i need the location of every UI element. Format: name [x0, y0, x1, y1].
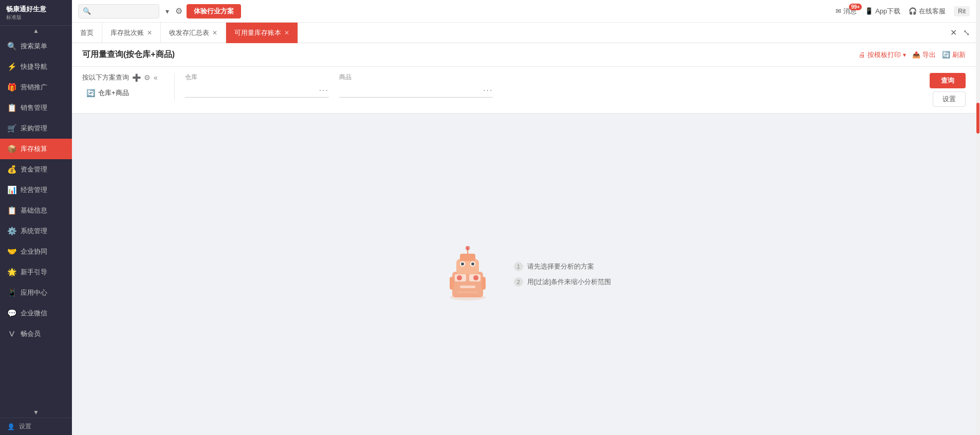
search-dropdown[interactable]: ▾	[163, 7, 171, 15]
tab-batch-account-close[interactable]: ✕	[147, 29, 152, 36]
export-btn[interactable]: 📤 导出	[912, 50, 936, 60]
page-title: 可用量查询(按仓库+商品)	[82, 49, 175, 60]
sidebar-item-inventory[interactable]: 📦 库存核算	[0, 139, 72, 159]
search-nav-icon: 🔍	[7, 42, 16, 51]
tab-expand-btn[interactable]: ⤡	[961, 26, 972, 40]
sidebar-bottom-icon: 👤	[7, 423, 15, 430]
app-download-btn[interactable]: 📱 App下载	[865, 7, 900, 16]
product-more-icon[interactable]: ···	[483, 86, 493, 95]
sidebar-item-sales[interactable]: 📋 销售管理	[0, 98, 72, 118]
right-scrollbar[interactable]	[976, 0, 980, 435]
print-icon: 🖨	[859, 51, 865, 59]
refresh-btn[interactable]: 🔄 刷新	[942, 50, 966, 60]
filter-option-warehouse-product[interactable]: 🔄 仓库+商品	[82, 85, 168, 101]
product-input-field[interactable]	[339, 87, 483, 94]
sidebar-item-purchase[interactable]: 🛒 采购管理	[0, 118, 72, 139]
setting-button[interactable]: 设置	[933, 91, 966, 107]
filter-setting-icon[interactable]: ⚙	[144, 73, 151, 82]
sidebar-item-finance[interactable]: 💰 资金管理	[0, 159, 72, 180]
svg-point-4	[457, 275, 462, 280]
filter-add-icon[interactable]: ➕	[132, 73, 141, 82]
filter-section-label: 按以下方案查询	[82, 73, 129, 82]
sidebar-item-search[interactable]: 🔍 搜索菜单	[0, 36, 72, 56]
warehouse-more-icon[interactable]: ···	[319, 86, 329, 95]
query-button[interactable]: 查询	[930, 73, 966, 88]
tab-close-all-btn[interactable]: ✕	[948, 26, 959, 40]
system-icon: ⚙️	[7, 226, 16, 236]
sidebar-item-operation[interactable]: 📊 经营管理	[0, 180, 72, 200]
filter-left-header: 按以下方案查询 ➕ ⚙ «	[82, 73, 168, 82]
shortcut-icon: ⚡	[7, 62, 16, 71]
filter-collapse-icon[interactable]: «	[154, 73, 158, 82]
tab-available-stock-close[interactable]: ✕	[284, 29, 289, 36]
operation-icon: 📊	[7, 185, 16, 195]
sidebar-item-corpwechat[interactable]: 💬 企业微信	[0, 303, 72, 324]
svg-rect-6	[460, 286, 475, 288]
marketing-icon: 🎁	[7, 83, 16, 92]
filter-product-input[interactable]: ···	[339, 84, 493, 98]
message-btn[interactable]: ✉ 消息 99+	[836, 7, 857, 16]
sidebar-item-shortcut[interactable]: ⚡ 快捷导航	[0, 56, 72, 77]
page-title-actions: 🖨 按模板打印 ▾ 📤 导出 🔄 刷新	[859, 50, 966, 60]
svg-point-12	[466, 246, 470, 250]
sidebar-item-enterprise[interactable]: 🤝 企业协同	[0, 241, 72, 262]
user-menu[interactable]: Rit	[954, 6, 970, 16]
tab-home[interactable]: 首页	[72, 23, 102, 43]
app-sub: 标准版	[6, 14, 66, 21]
filter-warehouse-label: 仓库	[185, 73, 329, 82]
sidebar-scroll-down[interactable]: ▼	[0, 407, 72, 418]
sidebar-nav: 🔍 搜索菜单 ⚡ 快捷导航 🎁 营销推广 📋 销售管理 🛒 采购管理 📦 库存核…	[0, 36, 72, 407]
phone-icon: 📱	[865, 7, 873, 15]
step-2-num: 2	[514, 277, 523, 287]
message-badge: 99+	[849, 4, 862, 10]
sidebar-item-appcenter[interactable]: 📱 应用中心	[0, 282, 72, 303]
message-icon: ✉	[836, 7, 841, 15]
sidebar-item-basic[interactable]: 📋 基础信息	[0, 200, 72, 221]
member-icon: V	[7, 329, 16, 338]
filter-actions: 查询 设置	[930, 73, 966, 107]
filter-product-label: 商品	[339, 73, 493, 82]
sidebar-item-member[interactable]: V 畅会员	[0, 324, 72, 344]
warehouse-input-field[interactable]	[185, 87, 319, 94]
filter-left-panel: 按以下方案查询 ➕ ⚙ « 🔄 仓库+商品	[82, 73, 175, 101]
search-input[interactable]	[93, 8, 155, 15]
gear-icon[interactable]: ⚙	[175, 6, 182, 16]
appcenter-icon: 📱	[7, 288, 16, 297]
export-icon: 📤	[912, 51, 920, 59]
sidebar-bottom-label: 设置	[19, 422, 31, 431]
tab-bar: 首页 库存批次账 ✕ 收发存汇总表 ✕ 可用量库存账本 ✕ ✕ ⤡	[72, 23, 976, 43]
filter-warehouse-input[interactable]: ···	[185, 84, 329, 98]
scrollbar-thumb[interactable]	[976, 103, 979, 134]
empty-step-1: 1 请先选择要分析的方案	[514, 262, 611, 271]
tab-collect-summary[interactable]: 收发存汇总表 ✕	[161, 23, 226, 43]
basic-icon: 📋	[7, 206, 16, 215]
sidebar-scroll-up[interactable]: ▲	[0, 26, 72, 36]
print-dropdown-icon[interactable]: ▾	[903, 51, 906, 59]
svg-rect-8	[482, 277, 486, 290]
filter-field-product: 商品 ···	[339, 73, 493, 98]
sidebar-bottom[interactable]: 👤 设置	[0, 418, 72, 435]
finance-icon: 💰	[7, 165, 16, 174]
enterprise-icon: 🤝	[7, 247, 16, 256]
tab-available-stock[interactable]: 可用量库存账本 ✕	[226, 23, 298, 43]
svg-rect-7	[450, 277, 454, 290]
sidebar-item-newuser[interactable]: 🌟 新手引导	[0, 262, 72, 282]
filter-area: 按以下方案查询 ➕ ⚙ « 🔄 仓库+商品 仓库 ···	[72, 67, 976, 114]
print-btn[interactable]: 🖨 按模板打印 ▾	[859, 50, 906, 60]
sidebar-item-marketing[interactable]: 🎁 营销推广	[0, 77, 72, 98]
tab-batch-account[interactable]: 库存批次账 ✕	[102, 23, 161, 43]
svg-point-15	[461, 262, 464, 266]
step-1-num: 1	[514, 262, 523, 271]
corpwechat-icon: 💬	[7, 309, 16, 318]
top-search-box[interactable]: 🔍	[78, 4, 159, 18]
svg-point-16	[471, 262, 474, 266]
online-service-btn[interactable]: 🎧 在线客服	[909, 7, 946, 16]
page-content: 可用量查询(按仓库+商品) 🖨 按模板打印 ▾ 📤 导出 🔄 刷新	[72, 43, 976, 435]
trial-btn[interactable]: 体验行业方案	[187, 4, 241, 18]
sidebar-item-system[interactable]: ⚙️ 系统管理	[0, 221, 72, 241]
filter-option-icon: 🔄	[86, 89, 95, 97]
inventory-icon: 📦	[7, 144, 16, 154]
tab-bar-right: ✕ ⤡	[948, 26, 976, 40]
tab-collect-summary-close[interactable]: ✕	[212, 29, 217, 36]
empty-state: 1 请先选择要分析的方案 2 用[过滤]条件来缩小分析范围	[72, 114, 976, 435]
